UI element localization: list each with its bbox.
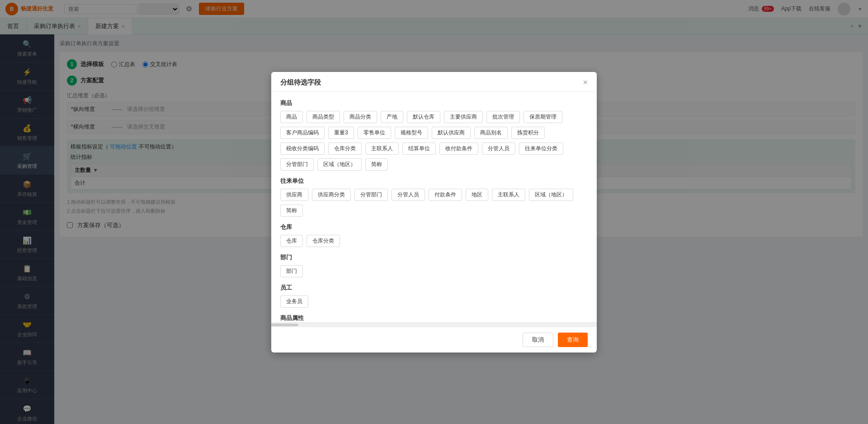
field-tag-default-warehouse[interactable]: 默认仓库: [407, 111, 440, 123]
field-tag-warehouse[interactable]: 仓库: [280, 235, 303, 247]
field-tag-supervisor[interactable]: 分管人员: [482, 143, 515, 155]
field-tag-partner-dept[interactable]: 分管部门: [354, 189, 388, 201]
field-tag-warehouse-category[interactable]: 仓库分类: [328, 143, 362, 155]
field-tag-customer-code[interactable]: 客户商品编码: [280, 127, 325, 139]
field-tag-region[interactable]: 区域（地区）: [317, 158, 362, 171]
modal-footer: 取消 查询: [271, 327, 597, 353]
field-tag-goods-type[interactable]: 商品类型: [307, 111, 340, 123]
field-tag-payment-terms[interactable]: 收付款条件: [439, 143, 478, 155]
field-tag-payment-condition[interactable]: 付款条件: [429, 189, 462, 201]
field-tag-goods-category[interactable]: 商品分类: [344, 111, 377, 123]
modal-overlay: 分组待选字段 × 商品 商品 商品类型 商品分类 产地 默认仓库 主要供应商 批…: [0, 0, 868, 424]
field-tag-partner-abbr[interactable]: 简称: [280, 205, 303, 217]
modal-header: 分组待选字段 ×: [271, 72, 597, 92]
field-tag-partner-supervisor[interactable]: 分管人员: [392, 189, 425, 201]
field-tag-main-contact[interactable]: 主联系人: [365, 143, 399, 155]
field-tag-partner-category[interactable]: 往来单位分类: [519, 143, 563, 155]
field-tag-partner-region[interactable]: 区域（地区）: [529, 189, 573, 201]
section-title-warehouse: 仓库: [280, 223, 588, 231]
field-tag-default-supplier[interactable]: 默认供应商: [432, 127, 471, 139]
modal-box: 分组待选字段 × 商品 商品 商品类型 商品分类 产地 默认仓库 主要供应商 批…: [271, 72, 597, 353]
field-tags-partner: 供应商 供应商分类 分管部门 分管人员 付款条件 地区 主联系人 区域（地区） …: [280, 189, 588, 217]
field-tags-goods: 商品 商品类型 商品分类 产地 默认仓库 主要供应商 批次管理 保质期管理 客户…: [280, 111, 588, 171]
field-tag-partner-contact[interactable]: 主联系人: [492, 189, 525, 201]
field-tags-warehouse: 仓库 仓库分类: [280, 235, 588, 247]
confirm-button[interactable]: 查询: [558, 333, 588, 347]
field-tags-employee: 业务员: [280, 295, 588, 308]
field-tag-department[interactable]: 部门: [280, 265, 303, 277]
section-title-goods: 商品: [280, 99, 588, 107]
field-tag-expiry[interactable]: 保质期管理: [524, 111, 562, 123]
field-tag-supplier[interactable]: 供应商: [280, 189, 308, 201]
field-tag-weight[interactable]: 重量3: [328, 127, 354, 139]
field-tag-warehouse-cat[interactable]: 仓库分类: [307, 235, 340, 247]
section-title-partner: 往来单位: [280, 177, 588, 185]
modal-hscroll-thumb: [271, 324, 298, 326]
field-tag-area[interactable]: 地区: [466, 189, 488, 201]
section-title-goods-attr: 商品属性: [280, 314, 588, 322]
field-tag-origin[interactable]: 产地: [381, 111, 403, 123]
field-tag-retail-unit[interactable]: 零售单位: [358, 127, 391, 139]
field-tag-tax-code[interactable]: 税收分类编码: [280, 143, 325, 155]
field-tag-spec[interactable]: 规格型号: [395, 127, 428, 139]
section-title-department: 部门: [280, 253, 588, 262]
modal-body: 商品 商品 商品类型 商品分类 产地 默认仓库 主要供应商 批次管理 保质期管理…: [271, 92, 597, 322]
field-tag-settlement-unit[interactable]: 结算单位: [402, 143, 436, 155]
field-tag-salesperson[interactable]: 业务员: [280, 295, 308, 308]
modal-close-button[interactable]: ×: [583, 78, 588, 86]
field-tag-goods-alias[interactable]: 商品别名: [474, 127, 508, 139]
field-tag-goods[interactable]: 商品: [280, 111, 303, 123]
field-tag-dept[interactable]: 分管部门: [280, 158, 314, 171]
field-tag-main-supplier[interactable]: 主要供应商: [444, 111, 483, 123]
field-tags-department: 部门: [280, 265, 588, 277]
section-title-employee: 员工: [280, 284, 588, 292]
modal-title: 分组待选字段: [280, 78, 321, 87]
field-tag-batch[interactable]: 批次管理: [486, 111, 520, 123]
modal-horizontal-scrollbar[interactable]: [271, 322, 597, 327]
field-tag-pick-score[interactable]: 拣货积分: [511, 127, 545, 139]
field-tag-supplier-category[interactable]: 供应商分类: [312, 189, 351, 201]
field-tag-abbr[interactable]: 简称: [365, 158, 388, 171]
cancel-button[interactable]: 取消: [523, 333, 553, 347]
